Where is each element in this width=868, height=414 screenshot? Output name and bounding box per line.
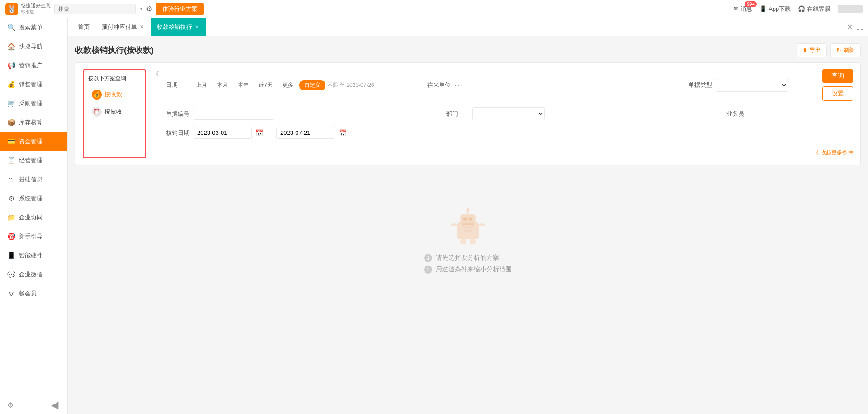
tab-prepay-close[interactable]: ✕ [140, 24, 144, 30]
verify-date-from-cal-icon[interactable]: 📅 [255, 129, 263, 137]
search-dropdown-arrow[interactable]: ▾ [140, 6, 142, 11]
sidebar-label-inventory: 库存核算 [19, 119, 42, 127]
marketing-icon: 📢 [7, 62, 15, 70]
sidebar-label-search-menu: 搜索菜单 [19, 24, 42, 32]
message-badge: 99+ [745, 1, 757, 7]
tab-home-label: 首页 [78, 23, 90, 31]
svg-rect-2 [463, 218, 467, 221]
svg-rect-10 [479, 223, 485, 226]
date-btn-custom[interactable]: 自定义 [299, 80, 326, 90]
counterpart-dots[interactable]: ··· [454, 81, 464, 90]
sidebar-item-member[interactable]: V 畅会员 [0, 284, 67, 303]
salesperson-dots[interactable]: ··· [753, 109, 762, 119]
doc-type-label: 单据类型 [689, 81, 712, 89]
sidebar-item-enterprise[interactable]: 📁 企业协同 [0, 208, 67, 227]
page-header: 收款核销执行(按收款) ⬆ 导出 ↻ 刷新 [75, 43, 861, 57]
sidebar-item-purchase[interactable]: 🛒 采购管理 [0, 94, 67, 113]
settings-gear-icon[interactable]: ⚙ [146, 5, 152, 13]
page-content: 收款核销执行(按收款) ⬆ 导出 ↻ 刷新 按以下方案查询 [68, 36, 868, 414]
brand-name: 畅捷通好生意 [21, 3, 51, 9]
docnum-input[interactable] [193, 108, 274, 120]
verify-date-from-input[interactable] [193, 127, 252, 139]
collapse-more-button[interactable]: 《 收起更多条件 [813, 149, 853, 157]
filter-option-by-receipt[interactable]: 💰 按收款 [88, 88, 141, 101]
header-right: ✉ 消息 99+ 📱 App下载 🎧 在线客服 Rit [734, 5, 863, 13]
setting-button[interactable]: 设置 [822, 86, 853, 101]
sidebar-item-quick-nav[interactable]: 🏠 快捷导航 [0, 37, 67, 56]
online-service-button[interactable]: 🎧 在线客服 [798, 5, 830, 13]
doc-type-select[interactable] [716, 79, 788, 92]
verify-date-to-cal-icon[interactable]: 📅 [339, 129, 346, 137]
sidebar-item-marketing[interactable]: 📢 营销推广 [0, 56, 67, 75]
filter-option-by-receivable[interactable]: ⏰ 按应收 [88, 105, 141, 119]
verify-date-to-input[interactable] [276, 127, 335, 139]
receipt-option-icon: 💰 [92, 90, 102, 100]
collapse-icon: 《 [813, 149, 819, 157]
tab-collection-close[interactable]: ✕ [195, 24, 199, 30]
verify-date-label: 核销日期 [166, 129, 189, 137]
industry-solution-button[interactable]: 体验行业方案 [156, 3, 204, 15]
sidebar-item-wechat[interactable]: 💬 企业微信 [0, 265, 67, 284]
header-left: 🐰 畅捷通好生意 标准版 ▾ ⚙ 体验行业方案 [5, 3, 204, 15]
main-layout: 🔍 搜索菜单 🏠 快捷导航 📢 营销推广 💰 销售管理 🛒 采购管理 📦 库存核… [0, 18, 868, 414]
date-btn-this-month[interactable]: 本月 [213, 80, 232, 90]
tab-prepay[interactable]: 预付冲应付单 ✕ [95, 18, 151, 36]
sidebar-item-search-menu[interactable]: 🔍 搜索菜单 [0, 18, 67, 37]
brand-sub: 标准版 [21, 9, 51, 15]
dept-select[interactable] [472, 107, 545, 120]
sidebar-item-basic-info[interactable]: 🗂 基础信息 [0, 170, 67, 189]
filter-date-field: 日期 上月 本月 本年 近7天 更多 自定义 不限 至 2023-07-26 [166, 80, 420, 90]
hardware-icon: 📱 [7, 252, 15, 260]
tip-num-1: 1 [424, 254, 432, 262]
receipt-option-label: 按收款 [104, 90, 122, 99]
sidebar-item-sales[interactable]: 💰 销售管理 [0, 75, 67, 94]
page-actions: ⬆ 导出 ↻ 刷新 [797, 43, 861, 57]
sidebar-item-finance[interactable]: 💳 资金管理 [0, 132, 67, 151]
date-btn-this-year[interactable]: 本年 [234, 80, 253, 90]
date-btn-last-month[interactable]: 上月 [192, 80, 211, 90]
empty-tips: 1 请先选择要分析的方案 2 用过滤条件来缩小分析范围 [424, 254, 512, 274]
user-name[interactable]: Rit [838, 5, 863, 13]
sidebar-settings-icon[interactable]: ⚙ [7, 401, 14, 409]
sidebar-collapse-icon[interactable]: ◀‖ [51, 401, 60, 409]
tip-text-2: 用过滤条件来缩小分析范围 [436, 266, 512, 274]
quick-nav-icon: 🏠 [7, 43, 15, 51]
content-area: 首页 预付冲应付单 ✕ 收款核销执行 ✕ ✕ ⛶ 收款核销执行(按收款) [68, 18, 868, 414]
app-download-button[interactable]: 📱 App下载 [760, 5, 791, 13]
purchase-icon: 🛒 [7, 100, 15, 108]
refresh-button[interactable]: ↻ 刷新 [830, 43, 861, 57]
enterprise-icon: 📁 [7, 214, 15, 222]
tab-home[interactable]: 首页 [72, 18, 95, 36]
filter-collapse-button[interactable]: 《 [151, 69, 160, 158]
svg-point-8 [467, 208, 470, 211]
member-icon: V [7, 290, 15, 298]
sidebar-label-finance: 资金管理 [19, 138, 42, 146]
sidebar-item-system[interactable]: ⚙ 系统管理 [0, 189, 67, 208]
sidebar-item-guide[interactable]: 🎯 新手引导 [0, 227, 67, 246]
brand-text-block: 畅捷通好生意 标准版 [21, 3, 51, 15]
svg-rect-3 [469, 218, 472, 221]
filter-salesperson-field: 业务员 ··· [726, 109, 853, 119]
app-download-label: App下载 [769, 5, 791, 13]
brand-logo: 🐰 [5, 3, 18, 15]
tab-close-all-icon[interactable]: ✕ [847, 23, 853, 31]
collapse-label: 收起更多条件 [821, 149, 853, 157]
query-button[interactable]: 查询 [822, 69, 853, 83]
export-icon: ⬆ [802, 47, 807, 54]
sidebar-item-hardware[interactable]: 📱 智能硬件 [0, 246, 67, 265]
filter-docnum-field: 单据编号 [166, 108, 439, 120]
date-btn-7days[interactable]: 近7天 [255, 80, 277, 90]
finance-icon: 💳 [7, 138, 15, 146]
svg-rect-4 [462, 223, 474, 225]
search-input[interactable] [54, 4, 136, 14]
tab-expand-icon[interactable]: ⛶ [856, 23, 863, 31]
service-icon: 🎧 [798, 5, 805, 12]
sidebar-label-system: 系统管理 [19, 195, 42, 203]
sidebar-item-operation[interactable]: 📋 经营管理 [0, 151, 67, 170]
export-button[interactable]: ⬆ 导出 [797, 43, 827, 57]
sidebar-item-inventory[interactable]: 📦 库存核算 [0, 113, 67, 132]
date-limit-info: 不限 至 2023-07-26 [327, 81, 374, 89]
date-btn-more[interactable]: 更多 [278, 80, 297, 90]
message-button[interactable]: ✉ 消息 99+ [734, 5, 752, 13]
tab-collection[interactable]: 收款核销执行 ✕ [151, 18, 206, 36]
